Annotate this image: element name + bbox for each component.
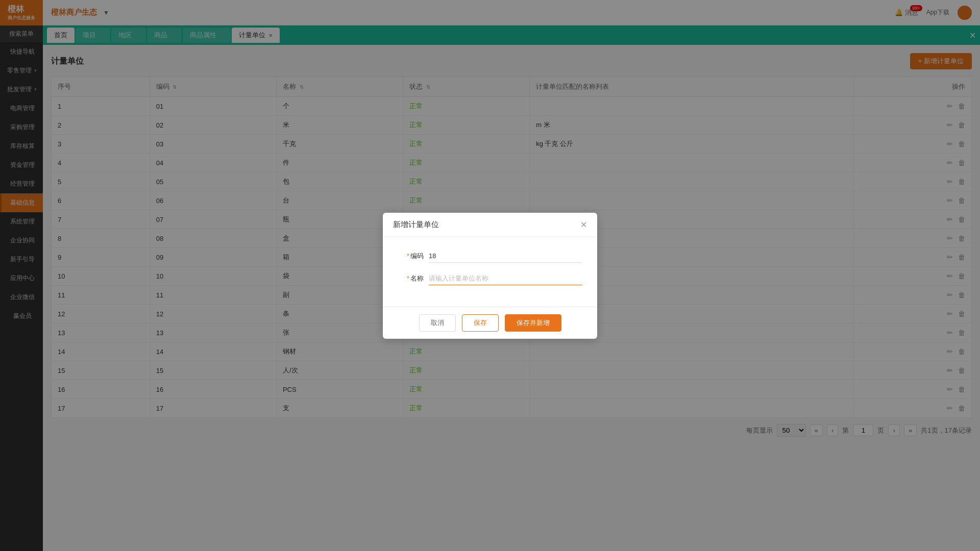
modal-footer: 取消 保存 保存并新增 — [383, 307, 597, 339]
code-label: *编码 — [398, 252, 424, 261]
form-row-code: *编码 — [398, 249, 582, 263]
modal-overlay[interactable]: 新增计量单位 ✕ *编码 *名称 取消 保存 保存并新增 — [0, 0, 980, 551]
add-unit-modal: 新增计量单位 ✕ *编码 *名称 取消 保存 保存并新增 — [383, 213, 597, 339]
required-mark: * — [407, 252, 409, 260]
modal-header: 新增计量单位 ✕ — [383, 213, 597, 237]
name-input[interactable] — [429, 272, 582, 285]
code-input[interactable] — [429, 249, 582, 263]
save-and-new-button[interactable]: 保存并新增 — [505, 314, 561, 332]
required-mark: * — [407, 274, 409, 282]
modal-body: *编码 *名称 — [383, 237, 597, 307]
name-label: *名称 — [398, 274, 424, 283]
modal-title: 新增计量单位 — [393, 220, 439, 230]
modal-close-button[interactable]: ✕ — [580, 220, 587, 230]
cancel-button[interactable]: 取消 — [419, 314, 456, 332]
form-row-name: *名称 — [398, 272, 582, 285]
save-button[interactable]: 保存 — [462, 314, 499, 332]
